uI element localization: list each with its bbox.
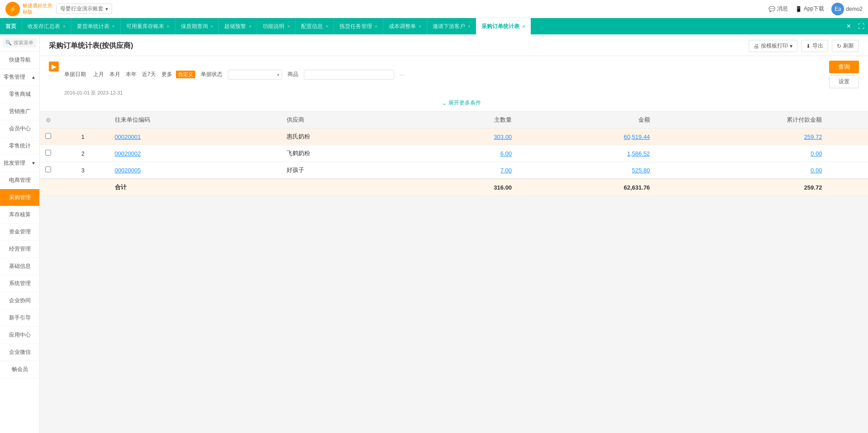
content-area: 采购订单统计表(按供应商) 🖨 按模板打印 ▾ ⬇ 导出 ↻ 刷新 — [40, 34, 868, 433]
sidebar-item-ops-mgmt[interactable]: 经营管理 — [0, 241, 39, 258]
chevron-down-icon: ▾ — [790, 43, 793, 49]
sidebar-item-retail-shop[interactable]: 零售商城 — [0, 86, 39, 103]
tab-func-desc[interactable]: 功能说明 × — [257, 18, 296, 34]
tab-cost-adjust[interactable]: 成本调整单 × — [383, 18, 427, 34]
row-unit-code: 00020001 — [109, 128, 282, 145]
sidebar-item-enterprise-wechat[interactable]: 企业微信 — [0, 344, 39, 361]
shortcut-this-year[interactable]: 本年 — [124, 70, 138, 79]
app-download-button[interactable]: 📱 App下载 — [795, 5, 824, 13]
template-print-button[interactable]: 🖨 按模板打印 ▾ — [749, 40, 797, 52]
row-extra — [827, 128, 868, 145]
row-main-qty: 6.00 — [410, 145, 517, 162]
close-icon[interactable]: × — [326, 24, 328, 29]
col-unit-code: 往来单位编码 — [109, 112, 282, 128]
nav-tabs: 首页 收发存汇总表 × 要货单统计表 × 可用量库存账本 × 保质期查询 × 超… — [0, 18, 868, 34]
sidebar-item-member-center[interactable]: 会员中心 — [0, 120, 39, 138]
workspace-selector[interactable]: 母婴行业演示账套 ▾ — [56, 4, 112, 14]
sidebar-item-newbie-guide[interactable]: 新手引导 — [0, 309, 39, 327]
close-icon[interactable]: × — [375, 24, 377, 29]
row-unit-code: 00020005 — [109, 162, 282, 179]
sidebar-item-purchase-mgmt[interactable]: 采购管理 — [0, 189, 39, 206]
close-icon[interactable]: × — [468, 24, 471, 29]
sidebar: 🔍 搜索菜单 快捷导航 零售管理 ▲ 零售商城 营销推广 会员中心 零售统计 批… — [0, 34, 40, 433]
date-range-display: 2016-01-01 至 2023-12-31 — [64, 90, 123, 95]
status-select[interactable] — [228, 70, 282, 80]
tab-pick-task[interactable]: 拣货任务管理 × — [334, 18, 383, 34]
filter-toggle-btn[interactable]: ▶ — [49, 62, 59, 71]
expand-more-button[interactable]: ⌄ 展开更多条件 — [442, 99, 481, 107]
avatar: Ea — [831, 3, 844, 15]
shortcut-this-month[interactable]: 本月 — [108, 70, 122, 79]
row-paid-amount: 0.00 — [656, 162, 828, 179]
more-filter-icon[interactable]: ··· — [400, 71, 404, 78]
tab-home[interactable]: 首页 — [0, 18, 22, 34]
search-input[interactable]: 🔍 搜索菜单 — [3, 38, 37, 48]
sidebar-item-finance-mgmt[interactable]: 资金管理 — [0, 224, 39, 241]
table-row: 1 00020001 惠氏奶粉 303.00 60,519.44 259.72 — [40, 128, 868, 145]
tab-purchase-stats[interactable]: 采购订单统计表 × — [476, 18, 531, 34]
sidebar-item-retail-mgmt[interactable]: 零售管理 ▲ — [0, 69, 39, 86]
nav-maximize-button[interactable]: ⛶ — [854, 23, 868, 30]
sidebar-item-ecommerce-mgmt[interactable]: 电商管理 — [0, 172, 39, 189]
search-icon: 🔍 — [5, 40, 12, 46]
sidebar-item-shortcut-nav[interactable]: 快捷导航 — [0, 52, 39, 69]
settings-icon[interactable]: ⚙ — [46, 117, 51, 124]
col-settings: ⚙ — [40, 112, 57, 128]
sidebar-item-app-center[interactable]: 应用中心 — [0, 327, 39, 344]
close-icon[interactable]: × — [167, 24, 170, 29]
sidebar-item-wholesale-mgmt[interactable]: 批发管理 ▼ — [0, 155, 39, 172]
tab-expiry-query[interactable]: 保质期查询 × — [175, 18, 219, 34]
sidebar-search-area: 🔍 搜索菜单 — [0, 34, 39, 52]
close-icon[interactable]: × — [287, 24, 290, 29]
table-header-row: ⚙ 往来单位编码 供应商 主数量 金额 累计付款金额 — [40, 112, 868, 128]
page-header: 采购订单统计表(按供应商) 🖨 按模板打印 ▾ ⬇ 导出 ↻ 刷新 — [40, 34, 868, 56]
user-menu[interactable]: Ea demo2 — [831, 3, 863, 15]
tab-receive-pay[interactable]: 收发存汇总表 × — [22, 18, 71, 34]
refresh-icon: ↻ — [837, 43, 841, 49]
logo-area: ⚡ 畅捷通好生意 标版 — [5, 2, 52, 16]
tab-stock-ledger[interactable]: 可用量库存账本 × — [121, 18, 175, 34]
print-icon: 🖨 — [754, 43, 759, 49]
col-supplier: 供应商 — [281, 112, 410, 128]
refresh-button[interactable]: ↻ 刷新 — [832, 40, 859, 52]
shortcut-last-month[interactable]: 上月 — [91, 70, 106, 79]
tab-invite-downstream[interactable]: 邀请下游客户 × — [427, 18, 476, 34]
close-icon[interactable]: × — [112, 24, 115, 29]
row-amount: 60,519.44 — [517, 128, 656, 145]
row-extra — [827, 145, 868, 162]
close-icon[interactable]: × — [63, 24, 66, 29]
sidebar-item-marketing[interactable]: 营销推广 — [0, 103, 39, 120]
nav-close-button[interactable]: × — [843, 22, 854, 30]
footer-label: 合计 — [109, 179, 282, 196]
sidebar-item-retail-stats[interactable]: 零售统计 — [0, 138, 39, 155]
close-icon[interactable]: × — [419, 24, 421, 29]
table-row: 2 00020002 飞鹤奶粉 6.00 1,586.52 0.00 — [40, 145, 868, 162]
tab-config-info[interactable]: 配置信息 × — [296, 18, 334, 34]
tab-overstock-warn[interactable]: 超储预警 × — [219, 18, 257, 34]
sidebar-item-basic-info[interactable]: 基础信息 — [0, 258, 39, 275]
query-button[interactable]: 查询 — [829, 61, 859, 73]
close-icon[interactable]: × — [211, 24, 213, 29]
footer-row: 合计 316.00 62,631.76 259.72 — [40, 179, 868, 196]
close-icon[interactable]: × — [522, 24, 525, 29]
sidebar-item-inventory-check[interactable]: 库存核算 — [0, 206, 39, 224]
shortcut-7days[interactable]: 近7天 — [140, 70, 158, 79]
tab-order-stats[interactable]: 要货单统计表 × — [71, 18, 121, 34]
table-footer: 合计 316.00 62,631.76 259.72 — [40, 179, 868, 196]
sidebar-item-enterprise-coop[interactable]: 企业协同 — [0, 292, 39, 309]
footer-empty3 — [281, 179, 410, 196]
export-button[interactable]: ⬇ 导出 — [801, 40, 828, 52]
sidebar-item-club-member[interactable]: 畅会员 — [0, 361, 39, 378]
shortcut-more[interactable]: 更多 — [160, 70, 174, 79]
goods-input[interactable] — [304, 70, 394, 80]
custom-date-tag[interactable]: 自定义 — [176, 71, 195, 78]
table-area: ⚙ 往来单位编码 供应商 主数量 金额 累计付款金额 1 00020001 — [40, 112, 868, 433]
col-paid-amount: 累计付款金额 — [656, 112, 828, 128]
setting-button[interactable]: 设置 — [829, 75, 859, 88]
row-checkbox[interactable] — [40, 162, 57, 179]
message-button[interactable]: 💬 消息 — [769, 5, 788, 13]
row-checkbox[interactable] — [40, 145, 57, 162]
sidebar-item-system-mgmt[interactable]: 系统管理 — [0, 275, 39, 292]
close-icon[interactable]: × — [249, 24, 251, 29]
row-checkbox[interactable] — [40, 128, 57, 145]
